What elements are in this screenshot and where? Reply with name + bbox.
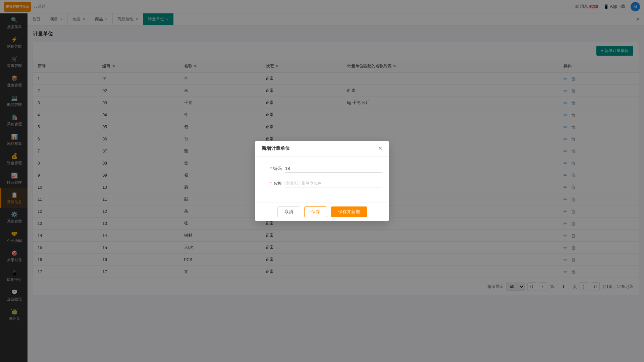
modal-overlay[interactable]: 新增计量单位 ✕ *编码 *名称 取消 保存 保存并新增 [0,0,644,362]
modal-body: *编码 *名称 [255,157,389,202]
required-star: * [270,166,272,171]
modal-title: 新增计量单位 [262,145,290,152]
form-code-label: *编码 [262,166,282,172]
name-input[interactable] [285,179,382,187]
modal: 新增计量单位 ✕ *编码 *名称 取消 保存 保存并新增 [255,141,389,221]
modal-close-button[interactable]: ✕ [378,146,382,151]
cancel-button[interactable]: 取消 [277,206,300,217]
form-row-code: *编码 [262,165,382,173]
save-button[interactable]: 保存 [304,206,327,217]
modal-header: 新增计量单位 ✕ [255,141,389,157]
code-input[interactable] [285,165,382,173]
required-star-2: * [270,181,272,186]
form-row-name: *名称 [262,179,382,187]
save-new-button[interactable]: 保存并新增 [331,206,367,217]
form-name-label: *名称 [262,180,282,186]
modal-footer: 取消 保存 保存并新增 [255,202,389,221]
